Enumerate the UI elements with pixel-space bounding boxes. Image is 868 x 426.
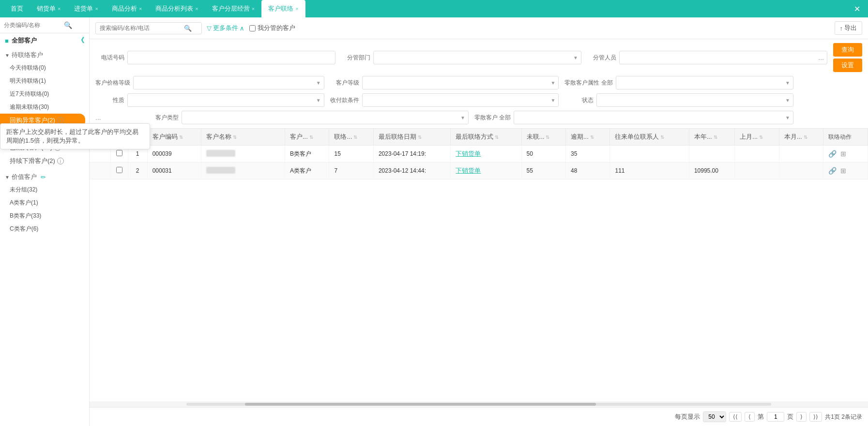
horizontal-scrollbar[interactable] [90,401,868,407]
sort-code-icon[interactable]: ⇅ [179,134,183,140]
filter-customer-type-select[interactable]: ▼ [182,111,469,124]
filter-retail-customer-select[interactable]: ▼ [514,111,793,124]
row2-method-link[interactable]: 下销货单 [456,167,481,174]
sidebar-item-unclassified[interactable]: 未分组(32) [0,183,89,196]
filter-status-select[interactable]: ▼ [596,93,793,107]
sort-this-month-icon[interactable]: ⇅ [804,134,807,140]
sidebar-search-input[interactable] [4,22,62,29]
col-last-month[interactable]: 上月... ⇅ [735,129,779,146]
table-area[interactable]: ⚙ # 客户编码 ⇅ [90,129,868,401]
sort-overdue-icon[interactable]: ⇅ [590,134,594,140]
sort-no-contact-icon[interactable]: ⇅ [546,134,549,140]
sidebar-item-tomorrow[interactable]: 明天待联络(1) [0,74,89,88]
sidebar-group-value[interactable]: ▼ 价值客户 ✏ [0,170,89,183]
nav-home[interactable]: 首页 [4,0,30,17]
col-name[interactable]: 客户名称 ⇅ [201,129,285,146]
sidebar-item-7days[interactable]: 近7天待联络(0) [0,88,89,101]
sort-name-icon[interactable]: ⇅ [233,134,237,140]
sidebar-item-today[interactable]: 今天待联络(0) [0,61,89,74]
prev-page-btn[interactable]: ⟨ [745,412,755,422]
col-type[interactable]: 客户... ⇅ [285,129,329,146]
col-this-year[interactable]: 本年... ⇅ [689,129,734,146]
hscroll-thumb[interactable] [245,403,596,406]
filter-dept-select[interactable]: ▼ [373,51,581,64]
nav-purchase-order[interactable]: 进货单 × [67,0,105,17]
info-icon-repurchase[interactable]: i [57,117,64,124]
row2-check[interactable] [110,162,128,179]
nav-close-product-list[interactable]: × [195,6,198,12]
sort-last-method-icon[interactable]: ⇅ [495,134,499,140]
col-last-date[interactable]: 最后联络日期 ⇅ [373,129,450,146]
sidebar-item-class-a[interactable]: A类客户(1) [0,196,89,209]
col-contact-count[interactable]: 联络... ⇅ [329,129,373,146]
page-number-input[interactable] [767,412,784,422]
sort-this-year-icon[interactable]: ⇅ [714,134,717,140]
sidebar-all-customers[interactable]: ■ 全部客户 《 [0,33,89,48]
col-last-method[interactable]: 最后联络方式 ⇅ [451,129,521,146]
row1-no-contact: 50 [521,146,565,162]
sidebar-search-icon[interactable]: 🔍 [64,21,72,29]
row2-checkbox[interactable] [116,167,122,173]
filter-phone-input[interactable] [127,51,335,64]
row1-last-method[interactable]: 下销货单 [451,146,521,162]
main-search-icon[interactable]: 🔍 [184,25,192,32]
my-customers-checkbox-label[interactable]: 我分管的客户 [249,24,295,32]
sidebar-collapse-btn[interactable]: 《 [77,36,84,45]
sort-contact-count-icon[interactable]: ⇅ [353,134,357,140]
nav-close-product-analysis[interactable]: × [139,6,142,12]
col-this-month[interactable]: 本月... ⇅ [779,129,823,146]
sort-contact-person-icon[interactable]: ⇅ [660,134,664,140]
nav-close-purchase[interactable]: × [95,6,98,12]
nav-sales-order[interactable]: 销货单 × [30,0,67,17]
nav-customer-contact[interactable]: 客户联络 × [261,0,305,17]
next-page-btn[interactable]: ⟩ [796,412,807,422]
filter-retail-attr-select[interactable]: ▼ [616,76,793,89]
nav-close-contact[interactable]: × [295,6,298,12]
nav-close-sales[interactable]: × [58,6,61,12]
row2-link-icon[interactable]: 🔗 [828,167,837,175]
col-contact-person[interactable]: 往来单位联系人 ⇅ [610,129,689,146]
sort-last-date-icon[interactable]: ⇅ [418,134,422,140]
row2-grid-icon[interactable]: ⊞ [840,167,846,175]
hscroll-track[interactable] [186,403,771,406]
filter-nature-select[interactable]: ▼ [127,93,324,107]
filter-price-level-select[interactable]: ▼ [133,76,324,89]
edit-value-group-icon[interactable]: ✏ [41,174,46,181]
main-search-input[interactable] [100,25,182,31]
row1-grid-icon[interactable]: ⊞ [840,150,846,158]
sort-type-icon[interactable]: ⇅ [309,134,313,140]
sort-last-month-icon[interactable]: ⇅ [759,134,763,140]
first-page-btn[interactable]: ⟨⟨ [729,412,742,422]
col-code[interactable]: 客户编码 ⇅ [147,129,201,146]
nav-product-analysis-list[interactable]: 商品分析列表 × [149,0,205,17]
filter-payment-select[interactable]: ▼ [362,93,559,107]
sidebar-item-class-b[interactable]: B类客户(33) [0,209,89,222]
settings-btn[interactable]: 设置 [833,59,862,72]
export-btn[interactable]: ↑ 导出 [835,21,863,35]
sidebar-item-class-c[interactable]: C类客户(6) [0,222,89,235]
filter-customer-level-select[interactable]: ▼ [362,76,559,89]
filter-person-select[interactable]: ... [619,51,827,64]
sidebar-item-overdue[interactable]: 逾期未联络(30) [0,101,89,114]
nav-close-segmentation[interactable]: × [252,6,255,12]
per-page-select[interactable]: 50 [703,411,726,422]
nav-window-close[interactable]: ✕ [850,4,864,14]
sidebar-group-pending[interactable]: ▼ 待联络客户 [0,48,89,61]
col-overdue[interactable]: 逾期... ⇅ [566,129,610,146]
more-filters-btn[interactable]: ▽ 更多条件 ∧ [207,24,244,32]
dots-person-icon[interactable]: ... [818,54,824,61]
row1-link-icon[interactable]: 🔗 [828,150,837,158]
nav-product-analysis[interactable]: 商品分析 × [105,0,149,17]
query-btn[interactable]: 查询 [833,43,862,57]
col-no-contact[interactable]: 未联... ⇅ [521,129,565,146]
row2-last-method[interactable]: 下销货单 [451,162,521,179]
filter-customer-level: 客户等级 ▼ [330,76,559,89]
row1-method-link[interactable]: 下销货单 [456,150,481,157]
filter-extra-dots-icon[interactable]: ... [95,114,101,121]
sidebar-item-declining[interactable]: 持续下滑客户(2) i [0,154,89,168]
nav-customer-segmentation[interactable]: 客户分层经营 × [205,0,261,17]
my-customers-checkbox[interactable] [249,25,256,31]
row1-checkbox[interactable] [116,150,122,156]
last-page-btn[interactable]: ⟩⟩ [809,412,822,422]
info-icon-declining[interactable]: i [57,158,64,164]
